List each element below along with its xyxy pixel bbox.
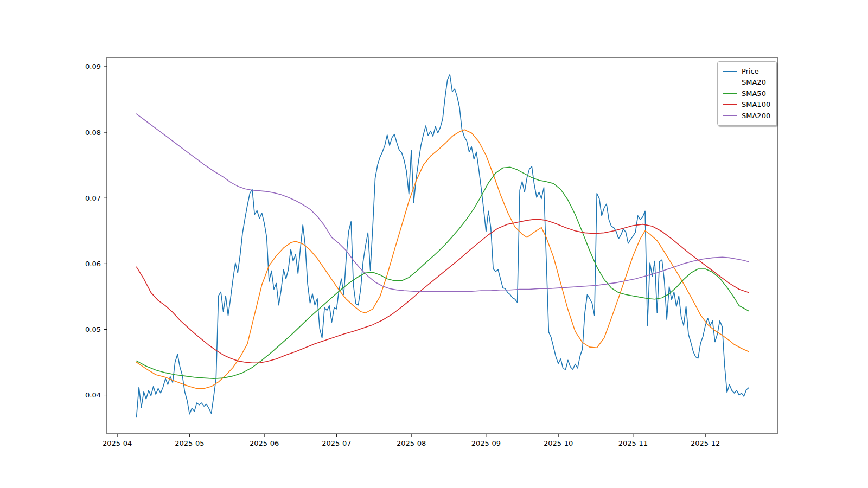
y-tick-label: 0.08	[85, 129, 101, 137]
price-line-swatch-icon	[723, 71, 737, 72]
x-tick-label: 2025-12	[691, 439, 720, 447]
y-tick-label: 0.09	[85, 62, 101, 70]
sma100-line-swatch-icon	[723, 104, 737, 105]
chart-figure: 2025-042025-052025-062025-072025-082025-…	[0, 0, 868, 488]
legend-item-sma100: SMA100	[723, 99, 770, 111]
y-axis-ticks: 0.040.050.060.070.080.09	[85, 62, 107, 399]
x-tick-label: 2025-05	[175, 439, 204, 447]
legend: Price SMA20 SMA50 SMA100 SMA200	[717, 61, 777, 126]
y-tick-label: 0.05	[85, 325, 101, 333]
x-axis-ticks: 2025-042025-052025-062025-072025-082025-…	[103, 434, 720, 447]
legend-label: Price	[742, 67, 759, 75]
legend-item-sma200: SMA200	[723, 110, 770, 121]
x-tick-label: 2025-08	[397, 439, 426, 447]
sma20-line-swatch-icon	[723, 82, 737, 82]
sma200-line-swatch-icon	[723, 115, 737, 116]
legend-label: SMA20	[742, 78, 766, 86]
plot-area	[107, 57, 777, 434]
x-tick-label: 2025-04	[103, 439, 132, 447]
legend-item-sma20: SMA20	[723, 77, 770, 88]
y-tick-label: 0.07	[85, 194, 101, 202]
legend-label: SMA200	[742, 112, 770, 120]
legend-label: SMA50	[742, 89, 766, 98]
y-tick-label: 0.06	[85, 260, 101, 268]
x-tick-label: 2025-11	[618, 439, 648, 447]
x-tick-label: 2025-07	[322, 439, 351, 447]
x-tick-label: 2025-06	[250, 439, 279, 447]
x-tick-label: 2025-10	[544, 439, 573, 447]
legend-label: SMA100	[742, 100, 770, 108]
x-tick-label: 2025-09	[471, 439, 501, 447]
y-tick-label: 0.04	[85, 391, 101, 399]
sma50-line-swatch-icon	[723, 93, 737, 94]
legend-item-price: Price	[723, 66, 770, 77]
legend-item-sma50: SMA50	[723, 88, 770, 99]
